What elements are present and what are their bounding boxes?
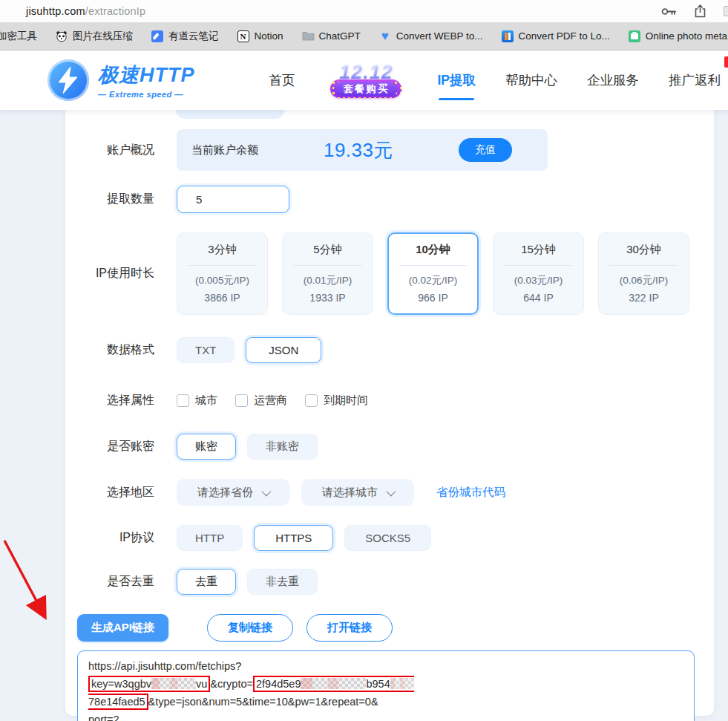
format-option-json[interactable]: JSON	[246, 337, 321, 363]
bookmark-item[interactable]: ♥ Convert WEBP to...	[379, 30, 483, 42]
api-url-textarea[interactable]: https://api.jisuhttp.com/fetchips? key=w…	[77, 650, 695, 721]
protocol-label: IP协议	[77, 530, 154, 546]
api-url-line1: https://api.jisuhttp.com/fetchips?	[88, 657, 683, 675]
balance-label: 当前账户余额	[191, 143, 258, 157]
nav-item-help-center[interactable]: 帮助中心	[505, 71, 557, 89]
bookmark-item[interactable]: Convert PDF to Lo...	[502, 30, 610, 42]
auth-row: 是否账密 账密 非账密	[77, 434, 702, 460]
nav-item-referral[interactable]: 推广返利	[669, 71, 721, 89]
page-background: 账户概况 当前账户余额 19.33元 充值 提取数量 IP使用时长 3分钟	[0, 110, 728, 721]
bookmark-label: 加密工具	[0, 30, 37, 43]
api-url-line3: port=2	[88, 711, 683, 721]
bookmark-label: Notion	[255, 30, 283, 42]
bookmark-label: 有道云笔记	[168, 30, 219, 43]
protocol-option-https[interactable]: HTTPS	[254, 525, 333, 551]
bookmark-item[interactable]: 有道云笔记	[151, 30, 219, 43]
format-label: 数据格式	[77, 342, 154, 358]
promo-1212-badge[interactable]: 12.12 套餐购买	[324, 62, 407, 98]
bookmark-item[interactable]: N Notion	[237, 30, 283, 42]
bookmarks-bar: 加密工具 图片在线压缩 有道云笔记 N Notion ChatGPT ♥ Con…	[0, 22, 728, 50]
heart-icon: ♥	[379, 30, 391, 42]
attribute-checkbox-expiry[interactable]: 到期时间	[305, 394, 368, 408]
logo-title: 极速HTTP	[98, 62, 195, 88]
attributes-row: 选择属性 城市 运营商 到期时间	[77, 393, 702, 408]
logo-lightning-icon	[47, 59, 89, 101]
youdao-note-icon	[151, 30, 163, 42]
bookmark-label: Convert PDF to Lo...	[519, 30, 610, 42]
bookmark-label: ChatGPT	[319, 30, 361, 42]
password-key-icon[interactable]	[661, 7, 677, 16]
folder-icon	[302, 30, 314, 42]
bookmark-item[interactable]: Online photo meta...	[629, 30, 728, 42]
format-row: 数据格式 TXT JSON	[77, 337, 702, 363]
duration-row: IP使用时长 3分钟 (0.005元/IP) 3866 IP 5分钟 (0.01…	[77, 232, 702, 315]
nav-item-ip-extract[interactable]: IP提取	[437, 71, 476, 89]
url-path: /extractionIp	[85, 5, 146, 17]
bookmark-item[interactable]: 图片在线压缩	[56, 30, 133, 43]
attribute-checkbox-city[interactable]: 城市	[177, 394, 217, 408]
generate-api-link-button[interactable]: 生成API链接	[77, 614, 168, 642]
redacted-crypto-mosaic	[301, 678, 366, 689]
auth-option-without-password[interactable]: 非账密	[247, 434, 318, 460]
checkbox-icon[interactable]	[235, 394, 248, 407]
copy-link-button[interactable]: 复制链接	[207, 614, 293, 642]
dedupe-row: 是否去重 去重 非去重	[77, 569, 702, 595]
dedupe-label: 是否去重	[77, 574, 154, 590]
checkbox-icon[interactable]	[305, 394, 318, 407]
quantity-input[interactable]	[177, 186, 289, 213]
panda-icon	[56, 30, 68, 42]
notion-icon: N	[237, 30, 249, 42]
nav-red-badge	[724, 56, 728, 68]
site-logo[interactable]: 极速HTTP — Extreme speed —	[47, 59, 195, 101]
chevron-down-icon	[387, 486, 396, 496]
bookmark-label: Convert WEBP to...	[396, 30, 483, 42]
protocol-option-socks5[interactable]: SOCKS5	[344, 525, 431, 551]
duration-option-15min[interactable]: 15分钟 (0.03元/IP) 644 IP	[493, 232, 584, 315]
nav-item-home[interactable]: 首页	[269, 71, 295, 89]
bookmark-label: Online photo meta...	[646, 30, 728, 42]
auth-option-with-password[interactable]: 账密	[177, 434, 236, 460]
share-icon[interactable]	[695, 4, 706, 18]
cut-off-toolbar-icon[interactable]	[724, 6, 728, 16]
region-row: 选择地区 请选择省份 请选择城市 省份城市代码	[77, 479, 702, 506]
region-label: 选择地区	[77, 485, 154, 500]
province-select[interactable]: 请选择省份	[177, 479, 289, 506]
account-label: 账户概况	[77, 143, 154, 158]
balance-box: 当前账户余额 19.33元 充值	[177, 129, 548, 171]
protocol-option-http[interactable]: HTTP	[177, 525, 243, 551]
chevron-down-icon	[262, 486, 272, 496]
account-row: 账户概况 当前账户余额 19.33元 充值	[77, 129, 702, 171]
dedupe-option-no[interactable]: 非去重	[247, 569, 318, 595]
extraction-form-card: 账户概况 当前账户余额 19.33元 充值 提取数量 IP使用时长 3分钟	[65, 110, 714, 716]
quantity-row: 提取数量	[77, 186, 702, 213]
attribute-checkbox-isp[interactable]: 运营商	[235, 394, 287, 408]
main-nav: 首页 12.12 套餐购买 IP提取 帮助中心 企业服务 推广返利	[269, 62, 728, 98]
promo-pill: 套餐购买	[330, 79, 401, 98]
duration-option-3min[interactable]: 3分钟 (0.005元/IP) 3866 IP	[177, 232, 268, 315]
duration-option-10min[interactable]: 10分钟 (0.02元/IP) 966 IP	[387, 232, 479, 315]
pdf-converter-icon	[502, 30, 514, 42]
site-header: 极速HTTP — Extreme speed — 首页 12.12 套餐购买 I…	[0, 50, 728, 110]
duration-option-30min[interactable]: 30分钟 (0.06元/IP) 322 IP	[598, 232, 689, 315]
nav-item-enterprise[interactable]: 企业服务	[587, 71, 639, 89]
attributes-label: 选择属性	[77, 393, 154, 408]
key-redaction-annotation: key=w3qgbvvu	[88, 676, 210, 692]
bookmark-label: 图片在线压缩	[73, 30, 133, 43]
open-link-button[interactable]: 打开链接	[306, 614, 393, 642]
recharge-button[interactable]: 充值	[459, 138, 512, 162]
url-host: jisuhttp.com	[26, 5, 85, 17]
city-select[interactable]: 请选择城市	[301, 479, 414, 506]
checkbox-icon[interactable]	[177, 394, 189, 407]
bookmark-item[interactable]: 加密工具	[0, 30, 37, 43]
format-option-txt[interactable]: TXT	[177, 337, 235, 363]
province-city-code-link[interactable]: 省份城市代码	[436, 485, 505, 500]
redacted-key-mosaic	[151, 678, 196, 689]
duration-option-5min[interactable]: 5分钟 (0.01元/IP) 1933 IP	[282, 232, 373, 315]
duration-label: IP使用时长	[77, 266, 154, 281]
actions-row: 生成API链接 复制链接 打开链接	[77, 614, 702, 642]
dedupe-option-yes[interactable]: 去重	[177, 569, 236, 595]
address-bar[interactable]: jisuhttp.com/extractionIp	[26, 5, 145, 17]
bookmark-item[interactable]: ChatGPT	[302, 30, 361, 42]
red-arrow-annotation	[0, 535, 55, 627]
balance-value: 19.33元	[324, 137, 393, 163]
